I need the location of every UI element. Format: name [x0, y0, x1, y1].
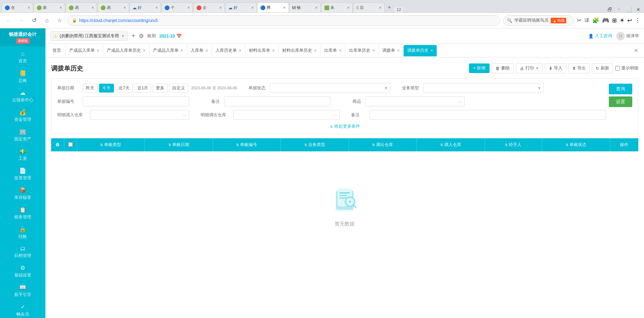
tab-active[interactable]: 🔵腾✕	[257, 2, 289, 12]
sidebar-item-archive[interactable]: 🗂 归档管理	[0, 242, 45, 262]
tab-8[interactable]: ☁好✕	[225, 2, 257, 12]
display-cols-checkbox[interactable]	[615, 66, 620, 71]
status-select[interactable]	[270, 83, 391, 93]
date-btn-custom[interactable]: 自定义	[169, 84, 188, 93]
tab-page-transfer[interactable]: 调拨单 ✕	[379, 45, 404, 56]
minimize-btn[interactable]: －	[615, 6, 624, 12]
tab-2[interactable]: 🟢新✕	[33, 2, 65, 12]
tab-close-icon[interactable]: ✕	[205, 49, 208, 52]
col-date[interactable]: ⇅ 单账日期	[145, 138, 213, 151]
tab-page-prod-in[interactable]: 产成品入库单 ✕	[66, 45, 103, 56]
close-btn[interactable]: ✕	[634, 7, 643, 12]
detail-remark-input[interactable]	[370, 110, 606, 120]
tab-close-icon[interactable]: ✕	[397, 49, 400, 52]
tab-10[interactable]: 🟩各✕	[321, 2, 353, 12]
maximize-btn[interactable]: ⬜	[624, 7, 634, 12]
col-status[interactable]: ⇅ 单账状态	[542, 138, 610, 151]
sidebar-item-home[interactable]: ⌂ 首页	[0, 48, 45, 67]
tab-page-transfer-hist[interactable]: 调拨单历史 ✕	[404, 45, 437, 56]
tab-close-icon[interactable]: ✕	[143, 49, 146, 52]
delete-btn[interactable]: 🗑 删除	[492, 63, 514, 73]
tab-page-out-order[interactable]: 出库单 ✕	[321, 45, 345, 56]
sidebar-item-wages[interactable]: 💵 工资	[0, 145, 45, 164]
sidebar-item-closing[interactable]: 🔒 结账	[0, 223, 45, 242]
period-value[interactable]: 2021-10 📅	[159, 34, 182, 39]
tab-page-in-order[interactable]: 入库单 ✕	[187, 45, 212, 56]
tab-3[interactable]: 🟢易✕	[65, 2, 97, 12]
tab-page-out-hist[interactable]: 出库单历史 ✕	[345, 45, 379, 56]
game-icon[interactable]: 🎮	[602, 17, 609, 24]
status-select-wrapper[interactable]: ▼	[270, 83, 391, 93]
biz-type-select[interactable]	[423, 83, 544, 93]
sidebar-item-assets[interactable]: 🏢 固定资产	[0, 125, 45, 145]
tab-close-icon[interactable]: ✕	[239, 49, 241, 52]
biz-type-select-wrapper[interactable]: ▼	[423, 83, 544, 93]
tab-close-icon[interactable]: ✕	[180, 49, 183, 52]
display-cols-toggle[interactable]: 显示明细	[615, 65, 638, 71]
search-bar[interactable]: 🔍 学霸应聘场驱鸟员 🔥 热搜	[503, 15, 574, 26]
date-btn-today[interactable]: 今天	[99, 84, 114, 93]
tab-9[interactable]: M畅✕	[289, 2, 321, 12]
tab-page-mat-out[interactable]: 材料出库单 ✕	[245, 45, 279, 56]
tab-close-icon[interactable]: ✕	[272, 49, 275, 52]
grid-icon[interactable]: ⊞	[612, 17, 617, 24]
settings-gear-icon[interactable]: ⚙	[139, 33, 144, 39]
col-in-wh[interactable]: ⇅ 调入仓库	[417, 138, 485, 151]
date-btn-yesterday[interactable]: 昨天	[83, 84, 98, 93]
tab-close-icon[interactable]: ✕	[339, 49, 342, 52]
detail-out-dots-icon[interactable]: ···	[333, 112, 337, 118]
date-btn-more[interactable]: 更多	[153, 84, 168, 93]
human-service-btn[interactable]: 👤 人工咨询	[588, 33, 612, 39]
tab-6[interactable]: 🔵个✕	[161, 2, 193, 12]
goods-dots-icon[interactable]: ···	[458, 99, 462, 104]
filter-settings-btn[interactable]: 设置	[609, 96, 632, 107]
address-bar[interactable]: 🔒 https://cloud.chanjet.com/accounting/u…	[67, 15, 500, 26]
back-btn[interactable]: ←	[4, 16, 13, 26]
history-icon[interactable]: ↩	[627, 17, 632, 24]
order-no-input[interactable]	[83, 96, 189, 106]
user-info[interactable]: U 徐泽华	[616, 32, 639, 40]
tab-close-icon[interactable]: ✕	[372, 49, 375, 52]
refresh-btn[interactable]: ↻ 刷新	[592, 63, 613, 73]
col-order-no[interactable]: ⇅ 单账编号	[213, 138, 281, 151]
new-order-btn[interactable]: + 新增	[469, 63, 490, 73]
sidebar-item-tax[interactable]: 📋 税务管理	[0, 203, 45, 223]
company-selector[interactable]: ⚠ (勿删勿禁用) 江西服宝测试专用 ▼	[50, 31, 128, 41]
home-btn[interactable]: ⌂	[42, 16, 52, 26]
col-handler[interactable]: ⇅ 经手人	[485, 138, 542, 151]
tab-page-mat-out-hist[interactable]: 材料出库单历史 ✕	[279, 45, 321, 56]
forward-btn[interactable]: →	[16, 16, 26, 26]
tab-page-home[interactable]: 首页	[48, 45, 66, 56]
extension-icon[interactable]: 🧩	[592, 17, 599, 24]
col-out-wh[interactable]: ⇅ 调出仓库	[349, 138, 417, 151]
collapse-btn[interactable]: ∧ 收起更多条件	[57, 123, 632, 129]
date-btn-7days[interactable]: 近7天	[115, 84, 133, 93]
tab-close-icon[interactable]: ✕	[314, 49, 317, 52]
tab-close-icon[interactable]: ✕	[430, 49, 433, 52]
col-type[interactable]: ⇅ 单账类型	[77, 138, 145, 151]
sidebar-item-guide[interactable]: 📖 新手引导	[0, 281, 45, 301]
translate-icon[interactable]: 译	[584, 17, 589, 24]
select-all-checkbox[interactable]	[68, 142, 73, 147]
close-all-tabs-btn[interactable]: ✕	[631, 47, 641, 54]
tab-5[interactable]: ☁好✕	[129, 2, 161, 12]
tab-7[interactable]: 🔴企✕	[193, 2, 225, 12]
print-btn[interactable]: 🖨 打印 ▼	[516, 63, 543, 73]
star-btn[interactable]: ☆	[55, 16, 65, 26]
reload-btn[interactable]: ↺	[29, 16, 39, 26]
brightness-icon[interactable]: ☀	[620, 17, 624, 24]
tab-page-prod-in-hist[interactable]: 产成品入库单历史 ✕	[103, 45, 149, 56]
restore-btn[interactable]: 🗗	[605, 7, 615, 12]
sidebar-item-funds[interactable]: 💰 资金管理	[0, 106, 45, 125]
col-checkbox[interactable]	[64, 138, 77, 151]
more-icon[interactable]: ⋮	[635, 17, 640, 24]
tab-page-prod-in2[interactable]: 产成品入库单 ✕	[149, 45, 187, 56]
new-tab-btn[interactable]: +	[385, 2, 394, 12]
remark-input[interactable]	[224, 96, 331, 106]
sidebar-item-invoice[interactable]: 📄 发票管理	[0, 164, 45, 184]
sidebar-item-ledger[interactable]: 📒 总账	[0, 67, 45, 87]
detail-out-input[interactable]	[233, 110, 340, 120]
tab-page-in-hist[interactable]: 入库历史单 ✕	[212, 45, 245, 56]
tab-1[interactable]: 🔵在✕	[1, 2, 33, 12]
col-gear[interactable]: ⚙	[51, 138, 64, 151]
